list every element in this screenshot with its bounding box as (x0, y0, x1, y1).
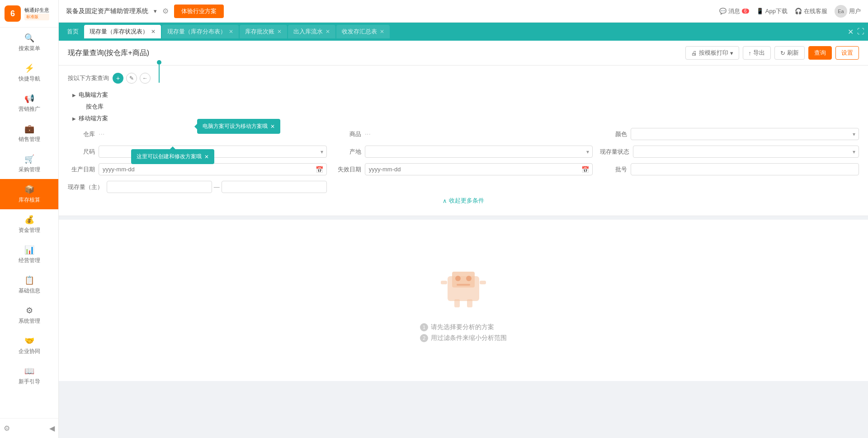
sidebar-item-search-label: 搜索菜单 (19, 45, 40, 52)
topbar-settings-icon[interactable]: ⚙ (162, 7, 169, 15)
sidebar-item-basic[interactable]: 📋 基础信息 (0, 270, 58, 300)
settings-btn[interactable]: 设置 (835, 46, 859, 60)
sidebar-item-sales[interactable]: 💼 销售管理 (0, 118, 58, 149)
filter-row-batch: 批号 (600, 163, 859, 175)
sidebar-item-purchase[interactable]: 🛒 采购管理 (0, 149, 58, 179)
service-action[interactable]: 🎧 在线客服 (795, 7, 827, 15)
sidebar-logo: 6 畅通好生意 标准版 (0, 0, 58, 28)
sidebar-item-enterprise[interactable]: 🤝 企业协同 (0, 330, 58, 361)
scheme-node-warehouse[interactable]: 按仓库 (72, 101, 859, 113)
sidebar-item-search[interactable]: 🔍 搜索菜单 (0, 28, 58, 58)
sidebar-item-operations-label: 经营管理 (19, 257, 40, 264)
system-name: 装备及固定资产辅助管理系统 (66, 7, 148, 15)
empty-icon (436, 256, 491, 311)
industry-btn[interactable]: 体验行业方案 (174, 5, 224, 18)
service-icon: 🎧 (795, 8, 802, 14)
color-select[interactable] (631, 128, 859, 140)
tab-inventory-dist[interactable]: 现存量（库存分布表） ✕ (162, 25, 239, 38)
settings-bottom-icon[interactable]: ⚙ (4, 424, 10, 433)
tab-summary[interactable]: 收发存汇总表 ✕ (336, 25, 390, 38)
sidebar-item-guide[interactable]: 📖 新手引导 (0, 361, 58, 391)
sidebar-item-system[interactable]: ⚙ 系统管理 (0, 300, 58, 330)
chevron-down-icon: ▾ (154, 8, 157, 14)
back-btn[interactable]: ← (140, 73, 151, 84)
stock-max-input[interactable] (222, 181, 327, 193)
prod-date-calendar-icon[interactable]: 📅 (316, 166, 323, 173)
edit-scheme-btn[interactable]: ✎ (126, 73, 137, 84)
sidebar-item-purchase-label: 采购管理 (19, 166, 40, 174)
tab-close-all-icon[interactable]: ✕ (848, 28, 854, 36)
tab-inventory-dist-close[interactable]: ✕ (229, 28, 233, 35)
refresh-btn[interactable]: ↻ 刷新 (774, 46, 805, 60)
user-avatar: Ea (835, 5, 847, 18)
expire-date-calendar-icon[interactable]: 📅 (581, 166, 589, 173)
tip-text-1: 请先选择要分析的方案 (431, 323, 494, 331)
sidebar-item-inventory[interactable]: 📦 库存核算 (0, 179, 58, 209)
message-action[interactable]: 💬 消息 6 (719, 7, 749, 15)
tab-inventory-status-label: 现存量（库存状况表） (90, 28, 148, 36)
user-action[interactable]: Ea 用户 (835, 5, 861, 18)
tooltip-create-text: 这里可以创建和修改方案哦 (137, 153, 202, 160)
export-label: 导出 (753, 49, 765, 57)
collapse-icon: ∧ (443, 198, 447, 204)
sidebar-item-finance[interactable]: 💰 资金管理 (0, 209, 58, 240)
scheme-node-pc[interactable]: ▶ 电脑端方案 (72, 89, 859, 101)
app-download-icon: 📱 (756, 8, 764, 14)
warehouse-dots[interactable]: ··· (99, 130, 104, 138)
svg-rect-5 (441, 281, 447, 284)
sidebar-item-marketing[interactable]: 📢 营销推广 (0, 88, 58, 118)
tooltip-create-close[interactable]: ✕ (204, 154, 209, 160)
batch-input[interactable] (631, 163, 859, 175)
refresh-icon: ↻ (780, 50, 785, 57)
system-select[interactable]: ▾ (154, 8, 157, 14)
app-download-label: App下载 (765, 7, 788, 15)
filter-row-color: 颜色 (600, 128, 859, 140)
tab-batch-close[interactable]: ✕ (277, 28, 282, 35)
tooltip-scheme-close[interactable]: ✕ (270, 123, 275, 130)
tab-inventory-status[interactable]: 现存量（库存状况表） ✕ (84, 25, 161, 38)
tab-home[interactable]: 首页 (62, 25, 83, 38)
color-label: 颜色 (600, 130, 627, 138)
origin-select-wrapper (365, 146, 593, 158)
app-download-action[interactable]: 📱 App下载 (756, 7, 788, 15)
tab-flow-close[interactable]: ✕ (326, 28, 330, 35)
tab-expand-icon[interactable]: ⛶ (857, 28, 864, 36)
sidebar-item-operations[interactable]: 📊 经营管理 (0, 240, 58, 270)
page-header: 现存量查询(按仓库+商品) 🖨 按模板打印 ▾ ↑ 导出 ↻ 刷新 查询 (59, 41, 868, 66)
svg-rect-8 (467, 299, 472, 307)
inventory-icon: 📦 (24, 184, 34, 194)
tab-flow[interactable]: 出入库流水 ✕ (288, 25, 335, 38)
export-btn[interactable]: ↑ 导出 (743, 46, 771, 60)
svg-point-2 (455, 276, 461, 281)
page-content: 现存量查询(按仓库+商品) 🖨 按模板打印 ▾ ↑ 导出 ↻ 刷新 查询 (59, 41, 868, 438)
sidebar-menu: 🔍 搜索菜单 ⚡ 快捷导航 📢 营销推广 💼 销售管理 🛒 采购管理 📦 库存核… (0, 28, 58, 418)
print-label: 按模板打印 (699, 49, 728, 57)
print-dropdown-icon: ▾ (730, 50, 733, 57)
stock-min-input[interactable] (107, 181, 212, 193)
origin-select[interactable] (365, 146, 593, 158)
sidebar-item-nav[interactable]: ⚡ 快捷导航 (0, 58, 58, 88)
tab-summary-close[interactable]: ✕ (380, 28, 384, 35)
prod-date-input[interactable] (99, 163, 327, 175)
goods-label: 商品 (334, 130, 361, 138)
empty-tip-1: 1 请先选择要分析的方案 (420, 323, 507, 331)
status-select[interactable] (633, 146, 859, 158)
prod-date-wrapper: 📅 (99, 163, 327, 175)
color-select-wrapper (631, 128, 859, 140)
tooltip-scheme-text: 电脑方案可设为移动方案哦 (203, 122, 268, 130)
collapse-bar[interactable]: ∧ 收起更多条件 (68, 193, 859, 208)
scheme-node-mobile[interactable]: ▶ 移动端方案 (72, 113, 859, 124)
print-icon: 🖨 (691, 50, 697, 57)
print-btn[interactable]: 🖨 按模板打印 ▾ (685, 46, 739, 60)
enterprise-icon: 🤝 (24, 336, 34, 346)
prod-date-label: 生产日期 (68, 165, 95, 174)
system-icon: ⚙ (26, 306, 33, 316)
query-btn[interactable]: 查询 (808, 46, 832, 60)
tab-batch[interactable]: 库存批次账 ✕ (240, 25, 287, 38)
filter-row-origin: 产地 (334, 146, 593, 158)
tab-inventory-status-close[interactable]: ✕ (151, 28, 156, 35)
add-scheme-btn[interactable]: + (113, 73, 123, 84)
expire-date-input[interactable] (365, 163, 593, 175)
goods-dots[interactable]: ··· (365, 130, 371, 138)
collapse-sidebar-icon[interactable]: ◀ (49, 424, 55, 433)
